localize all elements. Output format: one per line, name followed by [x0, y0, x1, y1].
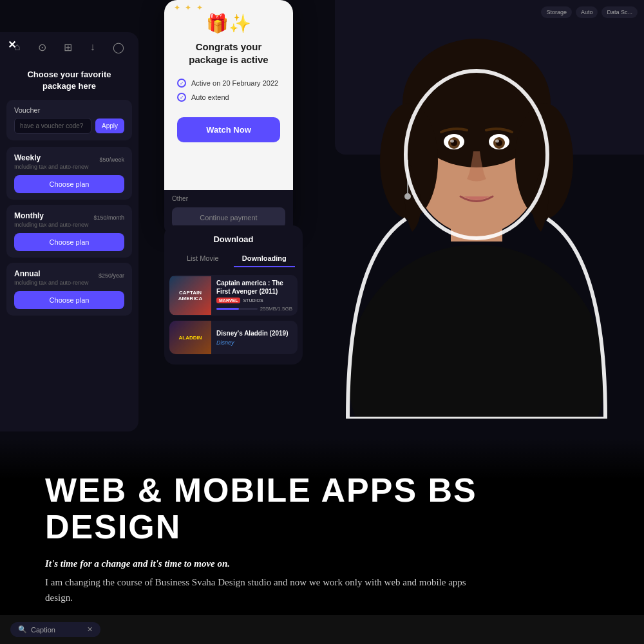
download-title: Download	[164, 225, 303, 251]
download-tabs: List Movie Downloading	[172, 251, 295, 267]
check-icon-2: ✓	[177, 93, 186, 102]
main-title-regular: WEB & MOBILE APPS	[45, 471, 428, 509]
nav-icons-row: ⌂ ⊙ ⊞ ↓ ◯	[0, 32, 138, 62]
studios-text: STUDIOS	[243, 298, 263, 303]
plan-unit-weekly: /week	[109, 156, 124, 163]
subtitle-regular: I am changing the course of Business Sva…	[45, 574, 496, 605]
choose-plan-annual[interactable]: Choose plan	[14, 291, 124, 309]
plan-price-annual: $250/year	[99, 269, 124, 279]
panel-title: Choose your favorite package here	[0, 62, 138, 100]
movie-title-captain-america: Captain america : The First Avenger (201…	[216, 279, 292, 296]
plan-price-value-weekly: $50	[99, 156, 109, 163]
movie-thumb-captain-america: CAPTAINAMERICA	[169, 276, 211, 315]
bottom-section: WEB & MOBILE APPS BS DESIGN It's time fo…	[0, 438, 644, 644]
caption-bar: 🔍 Caption ✕	[0, 615, 644, 644]
caption-search[interactable]: 🔍 Caption ✕	[10, 622, 100, 637]
plan-info-weekly: Weekly Including tax and auto-renew	[14, 153, 89, 170]
left-panel: ⌂ ⊙ ⊞ ↓ ◯ ✕ Choose your favorite package…	[0, 32, 138, 431]
plan-sub-monthly: Including tax and auto-renew	[14, 222, 89, 228]
other-label: Other	[172, 195, 285, 202]
apply-button[interactable]: Apply	[95, 118, 124, 133]
movie-info-aladdin: Disney's Aladdin (2019) Disney	[211, 325, 298, 350]
plan-unit-monthly: /month	[106, 214, 124, 221]
progress-bar-fill	[216, 308, 239, 310]
plan-name-annual: Annual	[14, 269, 89, 278]
subtitle-bold: It's time for a change and it's time to …	[45, 558, 599, 569]
stars-decoration: ✦ ✦ ✦	[174, 3, 204, 12]
caption-search-icon: 🔍	[18, 625, 27, 634]
person-image	[309, 0, 644, 419]
congrats-item-active: ✓ Active on 20 February 2022	[164, 76, 293, 90]
movie-item-captain-america: CAPTAINAMERICA Captain america : The Fir…	[169, 275, 298, 316]
plan-sub-weekly: Including tax and auto-renew	[14, 164, 89, 170]
plan-card-monthly: Monthly Including tax and auto-renew $15…	[6, 205, 132, 258]
watch-now-button[interactable]: Watch Now	[177, 117, 280, 142]
main-title: WEB & MOBILE APPS BS DESIGN	[45, 472, 599, 545]
congrats-item-autoextend: ✓ Auto extend	[164, 90, 293, 104]
tab-downloading[interactable]: Downloading	[234, 251, 296, 267]
caption-close-icon[interactable]: ✕	[87, 625, 93, 634]
plan-header-weekly: Weekly Including tax and auto-renew $50/…	[14, 153, 124, 170]
choose-plan-weekly[interactable]: Choose plan	[14, 175, 124, 193]
profile-icon[interactable]: ◯	[113, 41, 124, 53]
movie-thumb-aladdin: ALADDIN	[169, 321, 211, 354]
caption-input: Caption	[31, 626, 55, 634]
plan-price-value-annual: $250	[99, 272, 111, 279]
plan-name-weekly: Weekly	[14, 153, 89, 162]
movie-title-aladdin: Disney's Aladdin (2019)	[216, 329, 292, 337]
svg-point-9	[450, 140, 454, 143]
voucher-label: Voucher	[14, 106, 124, 114]
check-icon-1: ✓	[177, 79, 186, 88]
progress-row: 255MB/1.5GB	[216, 306, 292, 312]
plan-price-weekly: $50/week	[99, 153, 124, 164]
movie-item-aladdin: ALADDIN Disney's Aladdin (2019) Disney	[169, 321, 298, 354]
voucher-input[interactable]: have a voucher code?	[14, 118, 91, 134]
download-panel: Download List Movie Downloading CAPTAINA…	[164, 225, 303, 365]
movie-info-captain-america: Captain america : The First Avenger (201…	[211, 275, 298, 316]
plan-sub-annual: Including tax and auto-renew	[14, 279, 89, 286]
plan-header-annual: Annual Including tax and auto-renew $250…	[14, 269, 124, 286]
congrats-title: Congrats your package is active	[164, 41, 293, 66]
plan-price-monthly: $150/month	[93, 211, 124, 222]
close-icon[interactable]: ✕	[8, 39, 16, 51]
auto-extend: Auto extend	[191, 93, 229, 101]
tab-list-movie[interactable]: List Movie	[172, 251, 234, 267]
movie-studio-captain-america: MARVEL STUDIOS	[216, 298, 292, 303]
svg-point-15	[404, 193, 411, 200]
progress-bar-bg	[216, 308, 258, 310]
plan-price-value-monthly: $150	[93, 214, 106, 221]
plan-header-monthly: Monthly Including tax and auto-renew $15…	[14, 211, 124, 228]
movie-studio-aladdin: Disney	[216, 339, 292, 346]
svg-point-13	[495, 140, 499, 143]
plan-unit-annual: /year	[111, 272, 124, 279]
disney-text: Disney	[216, 339, 234, 346]
voucher-section: Voucher have a voucher code? Apply	[6, 100, 132, 140]
plan-info-monthly: Monthly Including tax and auto-renew	[14, 211, 89, 228]
plan-card-annual: Annual Including tax and auto-renew $250…	[6, 263, 132, 316]
plan-card-weekly: Weekly Including tax and auto-renew $50/…	[6, 147, 132, 200]
person-svg	[309, 0, 644, 419]
plan-info-annual: Annual Including tax and auto-renew	[14, 269, 89, 286]
grid-icon[interactable]: ⊞	[64, 41, 72, 53]
plan-name-monthly: Monthly	[14, 211, 89, 220]
search-icon[interactable]: ⊙	[38, 41, 46, 53]
download-icon[interactable]: ↓	[90, 41, 95, 53]
active-date: Active on 20 February 2022	[191, 79, 278, 87]
marvel-badge: MARVEL	[216, 298, 240, 303]
choose-plan-monthly[interactable]: Choose plan	[14, 233, 124, 251]
voucher-input-row: have a voucher code? Apply	[14, 118, 124, 134]
svg-point-0	[348, 245, 605, 419]
progress-size: 255MB/1.5GB	[260, 306, 292, 312]
